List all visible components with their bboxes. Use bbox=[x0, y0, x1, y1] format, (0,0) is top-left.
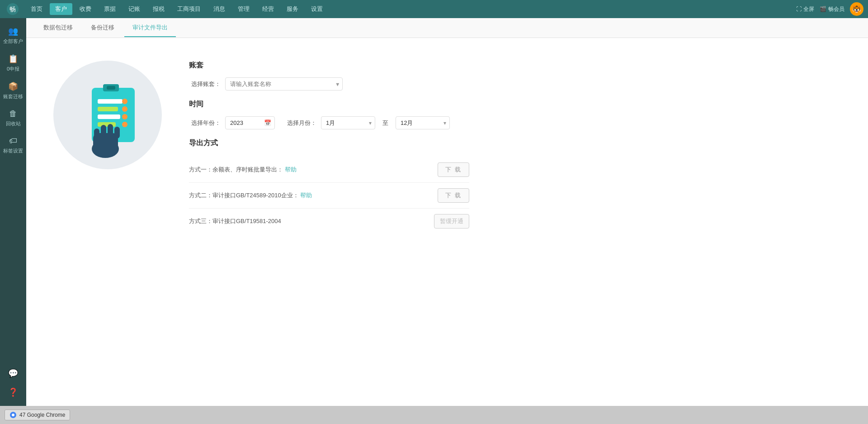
fullscreen-label: 全屏 bbox=[803, 5, 814, 13]
sidebar-item-tag-settings[interactable]: 🏷 标签设置 bbox=[0, 132, 26, 159]
fullscreen-icon: ⛶ bbox=[796, 6, 802, 12]
sidebar-item-label: 标签设置 bbox=[3, 148, 23, 154]
coming-soon-button: 暂缓开通 bbox=[434, 214, 469, 229]
export-method-1-label: 方式一：余额表、序时账批量导出： 帮助 bbox=[189, 166, 438, 174]
nav-item-accounting[interactable]: 记账 bbox=[123, 3, 146, 15]
tab-data-migration[interactable]: 数据包迁移 bbox=[35, 19, 81, 37]
zero-declaration-icon: 📋 bbox=[8, 54, 18, 64]
illustration-svg bbox=[67, 70, 148, 160]
svg-point-8 bbox=[122, 106, 127, 112]
account-row: 选择账套： ▾ bbox=[189, 77, 469, 91]
sidebar-item-all-clients[interactable]: 👥 全部客户 bbox=[0, 22, 26, 49]
sidebar: 👥 全部客户 📋 0申报 📦 账套迁移 🗑 回收站 🏷 标签设置 💬 ❓ bbox=[0, 18, 26, 406]
sidebar-item-zero-declaration[interactable]: 📋 0申报 bbox=[0, 49, 26, 77]
recycle-icon: 🗑 bbox=[9, 109, 17, 119]
nav-item-home[interactable]: 首页 bbox=[25, 3, 48, 15]
export-method-3: 方式三：审计接口GB/T19581-2004 暂缓开通 bbox=[189, 209, 469, 234]
account-section-title: 账套 bbox=[189, 61, 469, 70]
tag-settings-icon: 🏷 bbox=[9, 136, 17, 146]
download-button-1[interactable]: 下 载 bbox=[438, 162, 469, 177]
export-section-title: 导出方式 bbox=[189, 138, 469, 148]
nav-item-business[interactable]: 工商项目 bbox=[172, 3, 206, 15]
message-icon-bottom[interactable]: 💬 bbox=[5, 365, 21, 381]
month-start-select[interactable]: 1月 2月 3月 4月 5月 6月 7月 8月 9月 10月 11月 12月 bbox=[321, 116, 375, 129]
sidebar-item-label: 全部客户 bbox=[3, 38, 23, 45]
svg-rect-3 bbox=[98, 99, 123, 104]
taskbar-chrome-item[interactable]: 47 Google Chrome bbox=[5, 410, 70, 420]
account-migration-icon: 📦 bbox=[8, 81, 18, 91]
year-input-wrapper: 📅 bbox=[225, 116, 275, 129]
time-section-title: 时间 bbox=[189, 100, 469, 109]
year-input[interactable] bbox=[225, 116, 275, 129]
download-button-2[interactable]: 下 载 bbox=[438, 188, 469, 203]
year-label: 选择年份： bbox=[189, 119, 221, 127]
sidebar-item-recycle[interactable]: 🗑 回收站 bbox=[0, 105, 26, 132]
illustration-circle bbox=[53, 61, 162, 169]
top-nav-right: ⛶ 全屏 🎬 畅会员 🐯 bbox=[796, 2, 863, 16]
account-select-wrapper: ▾ bbox=[225, 77, 343, 91]
sidebar-item-label: 账套迁移 bbox=[3, 93, 23, 100]
form-area: 账套 选择账套： ▾ 时间 选择年份： 📅 选择月份： bbox=[171, 52, 487, 392]
svg-rect-4 bbox=[98, 107, 118, 111]
nav-item-client[interactable]: 客户 bbox=[50, 3, 72, 15]
member-button[interactable]: 🎬 畅会员 bbox=[820, 5, 844, 13]
taskbar-item-label: 47 Google Chrome bbox=[19, 412, 65, 418]
help-icon-bottom[interactable]: ❓ bbox=[5, 384, 21, 400]
fullscreen-button[interactable]: ⛶ 全屏 bbox=[796, 5, 814, 13]
sidebar-item-account-migration[interactable]: 📦 账套迁移 bbox=[0, 77, 26, 105]
account-input[interactable] bbox=[225, 77, 343, 91]
svg-rect-16 bbox=[101, 125, 106, 138]
svg-rect-6 bbox=[98, 122, 116, 127]
svg-point-9 bbox=[122, 114, 127, 119]
svg-point-7 bbox=[122, 99, 127, 104]
month-start-wrapper: 1月 2月 3月 4月 5月 6月 7月 8月 9月 10月 11月 12月 bbox=[321, 116, 375, 129]
export-method-2: 方式二：审计接口GB/T24589-2010企业： 帮助 下 载 bbox=[189, 183, 469, 209]
month-end-select[interactable]: 1月 2月 3月 4月 5月 6月 7月 8月 9月 10月 11月 12月 bbox=[396, 116, 450, 129]
nav-item-manage[interactable]: 管理 bbox=[232, 3, 255, 15]
to-separator: 至 bbox=[382, 119, 388, 127]
export-section: 方式一：余额表、序时账批量导出： 帮助 下 载 方式二：审计接口GB/T2458… bbox=[189, 157, 469, 234]
tab-backup-migration[interactable]: 备份迁移 bbox=[83, 19, 123, 37]
illustration-area bbox=[44, 52, 171, 392]
app-logo[interactable]: 畅 bbox=[5, 1, 21, 17]
tab-bar: 数据包迁移 备份迁移 审计文件导出 bbox=[26, 18, 868, 38]
nav-item-service[interactable]: 服务 bbox=[281, 3, 304, 15]
taskbar: 47 Google Chrome bbox=[0, 406, 868, 424]
svg-rect-18 bbox=[114, 127, 120, 138]
svg-point-20 bbox=[12, 414, 14, 416]
account-label: 选择账套： bbox=[189, 80, 221, 88]
main-layout: 👥 全部客户 📋 0申报 📦 账套迁移 🗑 回收站 🏷 标签设置 💬 ❓ 数据包… bbox=[0, 18, 868, 406]
nav-item-tax[interactable]: 报税 bbox=[147, 3, 170, 15]
svg-rect-12 bbox=[107, 86, 115, 90]
sidebar-bottom: 💬 ❓ bbox=[5, 365, 21, 406]
svg-point-10 bbox=[122, 122, 127, 127]
chrome-icon bbox=[9, 411, 17, 419]
member-icon: 🎬 bbox=[820, 6, 826, 12]
nav-item-invoice[interactable]: 票据 bbox=[99, 3, 121, 15]
month-end-wrapper: 1月 2月 3月 4月 5月 6月 7月 8月 9月 10月 11月 12月 bbox=[396, 116, 450, 129]
sidebar-item-label: 回收站 bbox=[6, 120, 21, 127]
month-label: 选择月份： bbox=[285, 119, 316, 127]
export-method-3-label: 方式三：审计接口GB/T19581-2004 bbox=[189, 217, 434, 225]
help-link-1[interactable]: 帮助 bbox=[285, 166, 297, 173]
help-link-2[interactable]: 帮助 bbox=[300, 192, 312, 199]
svg-rect-17 bbox=[108, 124, 113, 138]
export-method-2-label: 方式二：审计接口GB/T24589-2010企业： 帮助 bbox=[189, 191, 438, 200]
svg-text:畅: 畅 bbox=[9, 5, 16, 13]
export-method-1: 方式一：余额表、序时账批量导出： 帮助 下 载 bbox=[189, 157, 469, 183]
user-avatar[interactable]: 🐯 bbox=[850, 2, 863, 16]
nav-item-operate[interactable]: 经营 bbox=[257, 3, 279, 15]
time-row: 选择年份： 📅 选择月份： 1月 2月 3月 4月 5月 6月 bbox=[189, 116, 469, 129]
page-content: 账套 选择账套： ▾ 时间 选择年份： 📅 选择月份： bbox=[26, 38, 868, 406]
member-label: 畅会员 bbox=[828, 5, 844, 13]
top-nav: 畅 首页 客户 收费 票据 记账 报税 工商项目 消息 管理 经营 服务 设置 … bbox=[0, 0, 868, 18]
nav-item-settings[interactable]: 设置 bbox=[306, 3, 328, 15]
svg-rect-5 bbox=[98, 114, 120, 119]
nav-item-message[interactable]: 消息 bbox=[208, 3, 231, 15]
sidebar-item-label: 0申报 bbox=[7, 66, 19, 72]
svg-rect-15 bbox=[94, 129, 99, 141]
nav-item-charge[interactable]: 收费 bbox=[74, 3, 97, 15]
content-area: 数据包迁移 备份迁移 审计文件导出 bbox=[26, 18, 868, 406]
all-clients-icon: 👥 bbox=[8, 26, 18, 36]
tab-audit-export[interactable]: 审计文件导出 bbox=[124, 19, 176, 37]
